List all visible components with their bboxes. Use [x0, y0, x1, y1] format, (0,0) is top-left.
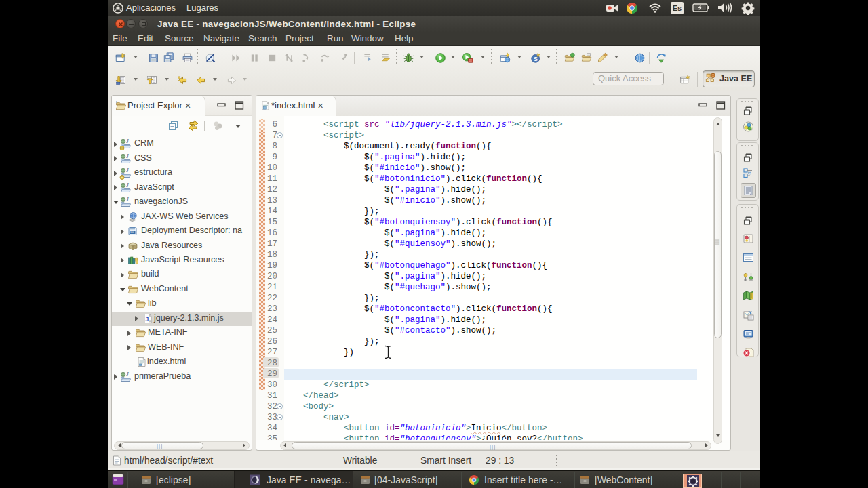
svg-text:J: J [126, 197, 129, 203]
svg-text:1.0: 1.0 [130, 231, 134, 234]
svg-text:J: J [126, 371, 129, 378]
svg-text:S: S [534, 56, 538, 62]
svg-text:J: J [126, 153, 129, 159]
svg-text:J: J [146, 315, 149, 322]
svg-text:J: J [126, 182, 129, 188]
